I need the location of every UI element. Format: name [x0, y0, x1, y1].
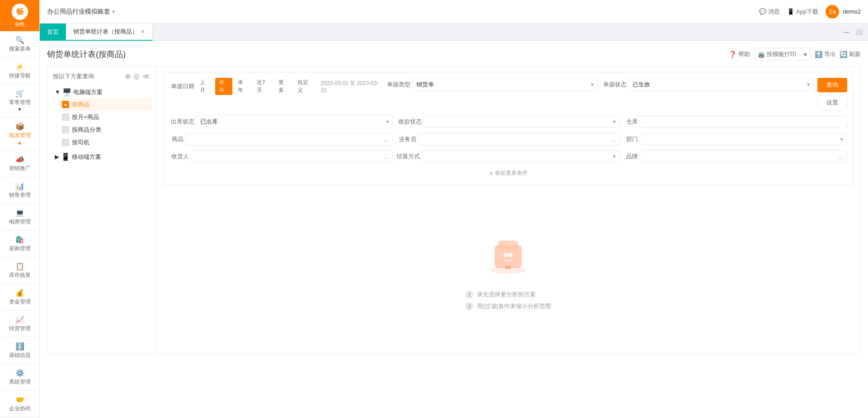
sidebar-item-sales[interactable]: 📊 销售管理	[0, 177, 39, 204]
sidebar-item-search-label: 搜索菜单	[9, 45, 31, 53]
dept-label: 部门	[623, 135, 638, 143]
logo: 畅 标账	[0, 0, 39, 31]
print-main-btn[interactable]: 🖨️ 按模板打印	[754, 48, 800, 60]
settle-select[interactable]: ▾	[422, 151, 620, 162]
empty-step-1: 1 请先选择要分析的方案	[465, 289, 551, 300]
collapse-bar[interactable]: ∧ 收起更多条件	[169, 166, 847, 180]
date-tab-7days[interactable]: 近7天	[253, 78, 273, 95]
add-scheme-icon[interactable]: ⊕	[125, 72, 131, 81]
collapse-panel-icon[interactable]: ≪	[142, 72, 150, 81]
sidebar-item-retail[interactable]: 🛒 零售管理 ▼	[0, 85, 39, 118]
sidebar-item-operations[interactable]: 📈 经营管理	[0, 311, 39, 337]
tab-sales-stats-label: 销货单统计表（按商品）	[73, 28, 138, 36]
type-select[interactable]: 销货单 ▾	[412, 78, 598, 91]
help-label: 帮助	[738, 50, 750, 58]
tree-child-by-goods[interactable]: ● 按商品	[58, 98, 152, 111]
appdownload-btn[interactable]: 📱 App下载	[787, 8, 818, 16]
sidebar-item-system-label: 系统管理	[9, 378, 31, 386]
tree-section-pc: ▼ 🖥️ 电脑端方案 ● 按商品 ◫ 按月+商品	[51, 86, 152, 149]
purchase-icon: 🛍️	[15, 235, 24, 244]
dept-select[interactable]: ▾	[640, 133, 847, 145]
date-tabs: 上月 本月 本年 近7天 更多 自定义	[196, 78, 316, 95]
date-tab-more[interactable]: 更多	[275, 78, 292, 95]
tab-sales-stats[interactable]: 销货单统计表（按商品） ✕	[66, 24, 153, 41]
sidebar: 畅 标账 🔍 搜索菜单 ⚡ 快捷导航 🛒 零售管理 ▼ 📦 批发管理 ▲ 📣 营…	[0, 0, 40, 418]
warehouse-input[interactable]: ...	[640, 115, 847, 128]
print-icon: 🖨️	[758, 51, 765, 58]
goods-dots[interactable]: ...	[383, 136, 389, 143]
topbar-dropdown-arrow[interactable]: ▾	[112, 9, 115, 15]
tree-child-by-driver[interactable]: ◫ 按司机	[58, 136, 152, 149]
message-btn[interactable]: 💬 消息	[759, 8, 780, 16]
status-arrow: ▾	[807, 81, 810, 88]
sidebar-item-finance-label: 资金管理	[9, 298, 31, 306]
svg-rect-2	[498, 241, 518, 250]
tab-minimize-btn[interactable]: —	[841, 27, 852, 38]
tree-section-pc-header[interactable]: ▼ 🖥️ 电脑端方案	[51, 86, 152, 98]
page-actions: ❓ 帮助 🖨️ 按模板打印 ▾ ⬆️ 导出	[729, 48, 861, 61]
brand-dots[interactable]: ...	[838, 153, 843, 160]
warehouse-dots: ...	[644, 118, 649, 125]
refresh-icon: 🔄	[840, 51, 847, 58]
date-tab-thismonth[interactable]: 本月	[215, 78, 232, 95]
sidebar-item-collab[interactable]: 🤝 企业协同	[0, 391, 39, 418]
wholesale-icon: 📦	[15, 122, 24, 131]
print-dropdown-btn[interactable]: ▾	[800, 49, 811, 60]
page-title-text: 销货单统计表(按商品)	[47, 49, 126, 60]
help-btn[interactable]: ❓ 帮助	[729, 50, 750, 58]
content-area: 销货单统计表(按商品) ❓ 帮助 🖨️ 按模板打印 ▾	[40, 41, 868, 418]
topbar: 办公用品行业模拟账套 ▾ 💬 消息 📱 App下载 Ea demo2	[40, 0, 868, 24]
tree-section-mobile-label: 移动端方案	[72, 153, 101, 161]
sidebar-item-ecom-label: 电商管理	[9, 218, 31, 226]
sidebar-item-ecom[interactable]: 💻 电商管理	[0, 204, 39, 231]
date-tab-thisyear[interactable]: 本年	[234, 78, 251, 95]
user-area: Ea demo2	[826, 5, 861, 19]
sidebar-item-marketing[interactable]: 📣 营销推广	[0, 151, 39, 177]
tree-child-by-category[interactable]: ◫ 按商品分类	[58, 124, 152, 136]
tab-maximize-btn[interactable]: ⬜	[854, 27, 864, 38]
sidebar-item-inventory[interactable]: 📋 库存核算	[0, 257, 39, 284]
sidebar-item-finance[interactable]: 💰 资金管理	[0, 284, 39, 311]
settings-btn[interactable]: 设置	[817, 95, 847, 110]
sidebar-item-search[interactable]: 🔍 搜索菜单	[0, 31, 39, 58]
tree-child-by-month[interactable]: ◫ 按月+商品	[58, 111, 152, 124]
status-select[interactable]: 已生效 ▾	[628, 78, 814, 91]
sidebar-item-quicknav[interactable]: ⚡ 快捷导航	[0, 58, 39, 85]
tab-close-icon[interactable]: ✕	[141, 28, 145, 35]
ecom-icon: 💻	[15, 209, 24, 217]
collapse-icon: ∧	[489, 170, 493, 176]
tab-home[interactable]: 首页	[40, 24, 66, 41]
svg-rect-5	[505, 266, 511, 269]
tree-section-mobile-header[interactable]: ▶ 📱 移动端方案	[51, 151, 152, 163]
sidebar-item-system[interactable]: ⚙️ 系统管理	[0, 364, 39, 391]
staff-label: 业务员	[396, 135, 416, 143]
svg-point-3	[504, 253, 508, 257]
page: 销货单统计表(按商品) ❓ 帮助 🖨️ 按模板打印 ▾	[40, 41, 868, 418]
type-label: 单据类型	[385, 81, 410, 89]
receiver-dots[interactable]: ...	[383, 153, 389, 160]
query-btn[interactable]: 查询	[817, 78, 847, 92]
sidebar-item-quicknav-label: 快捷导航	[9, 72, 31, 80]
refresh-btn[interactable]: 🔄 刷新	[840, 50, 861, 58]
date-tab-custom[interactable]: 自定义	[294, 78, 316, 95]
collapse-label: 收起更多条件	[495, 169, 528, 177]
recv-select[interactable]: ▾	[424, 116, 620, 128]
sidebar-item-purchase[interactable]: 🛍️ 采购管理	[0, 231, 39, 257]
out-select[interactable]: 已出库 ▾	[196, 115, 393, 128]
edit-scheme-icon[interactable]: ◎	[133, 72, 140, 81]
sidebar-item-basic-label: 基础信息	[9, 352, 31, 359]
brand-label: 品牌	[623, 152, 638, 161]
staff-dots[interactable]: ...	[611, 136, 616, 143]
by-goods-icon: ●	[62, 101, 69, 108]
wholesale-arrow: ▲	[17, 139, 23, 146]
step-2-num: 2	[465, 302, 473, 310]
receiver-label: 收货人	[169, 152, 189, 161]
export-icon: ⬆️	[815, 51, 822, 58]
sidebar-item-wholesale[interactable]: 📦 批发管理 ▲	[0, 118, 39, 151]
out-label: 出库状态	[169, 118, 194, 126]
topbar-title-text: 办公用品行业模拟账套	[47, 8, 110, 16]
sidebar-item-basic[interactable]: ℹ️ 基础信息	[0, 337, 39, 364]
date-tab-lastmonth[interactable]: 上月	[196, 78, 213, 95]
export-btn[interactable]: ⬆️ 导出	[815, 50, 836, 58]
warehouse-label: 仓库	[623, 118, 638, 126]
